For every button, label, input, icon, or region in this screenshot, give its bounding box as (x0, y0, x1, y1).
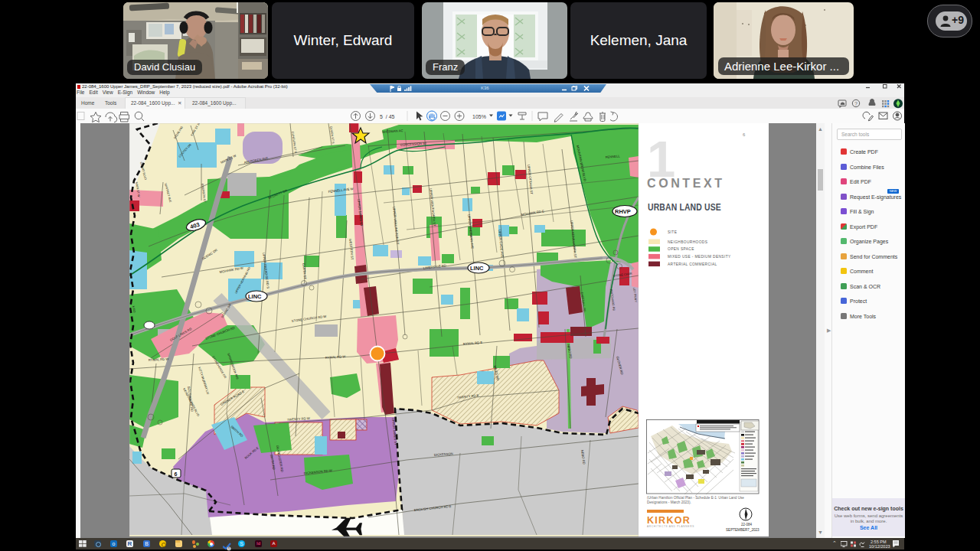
svg-text:LINC: LINC (470, 265, 484, 272)
svg-text:(Urban Hamilton Official Plan: (Urban Hamilton Official Plan - Schedule… (647, 496, 744, 500)
svg-text:?: ? (854, 100, 858, 106)
svg-text:SEPTEMBER7_2023: SEPTEMBER7_2023 (726, 528, 760, 532)
svg-text:NEIGHBOURHOODS: NEIGHBOURHOODS (668, 240, 707, 244)
svg-text:MIXED USE - MEDIUM DENSITY: MIXED USE - MEDIUM DENSITY (668, 255, 731, 259)
svg-text:LINC: LINC (248, 293, 262, 300)
svg-text:Designations - March 2023).: Designations - March 2023). (647, 500, 691, 504)
svg-text:5: 5 (228, 546, 230, 551)
svg-text:SITE: SITE (668, 230, 677, 234)
svg-text:5 / 45: 5 / 45 (380, 114, 395, 119)
svg-text:6: 6 (174, 471, 177, 477)
svg-text:OPEN SPACE: OPEN SPACE (668, 247, 694, 251)
svg-text:RHVP: RHVP (615, 208, 631, 215)
svg-text:22-084: 22-084 (741, 523, 753, 527)
svg-text:ARTERIAL COMMERCIAL: ARTERIAL COMMERCIAL (668, 262, 717, 266)
svg-text:105%: 105% (472, 114, 486, 119)
